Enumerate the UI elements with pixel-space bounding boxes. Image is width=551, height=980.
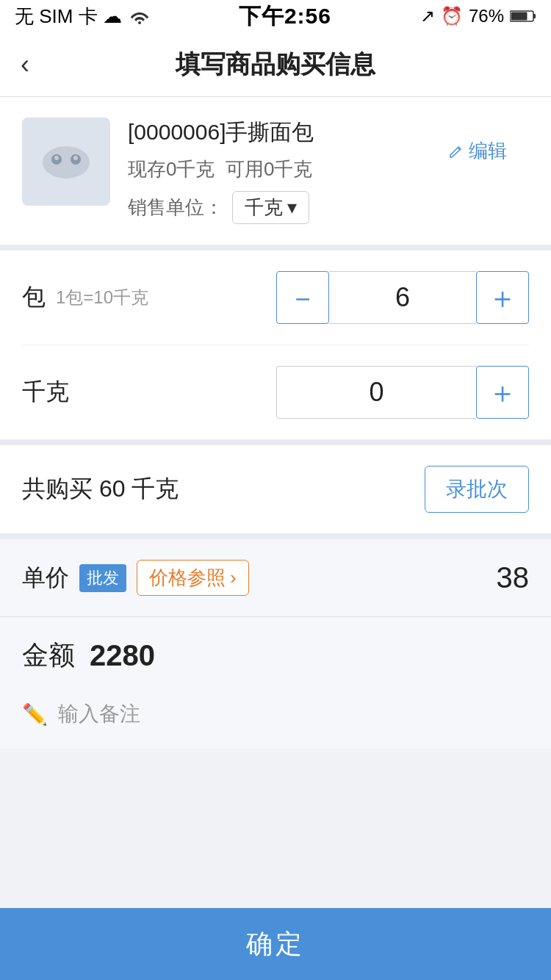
wifi-icon: [129, 8, 150, 24]
battery-text: 76%: [469, 6, 504, 26]
input-section: 包 1包=10千克 － ＋ 千克 ＋: [0, 251, 551, 445]
svg-point-3: [43, 146, 90, 179]
status-right: ↗ ⏰ 76%: [420, 6, 536, 26]
svg-point-7: [73, 156, 78, 160]
page-title: 填写商品购买信息: [176, 48, 375, 82]
svg-rect-2: [511, 12, 527, 21]
no-sim-text: 无 SIM 卡 ☁: [15, 4, 122, 29]
back-button[interactable]: ‹: [21, 49, 29, 80]
amount-label: 金额: [22, 638, 75, 674]
package-input[interactable]: [329, 271, 476, 324]
price-label: 单价 批发 价格参照 ›: [22, 560, 249, 596]
package-hint: 1包=10千克: [56, 286, 148, 309]
remark-placeholder: 输入备注: [58, 700, 140, 728]
product-unit-row: 销售单位： 千克 ▾: [128, 191, 529, 224]
package-label: 包 1包=10千克: [22, 281, 148, 314]
kilogram-stepper: ＋: [276, 366, 529, 419]
kilogram-label: 千克: [22, 376, 69, 408]
package-stepper: － ＋: [276, 271, 529, 324]
kilogram-input[interactable]: [276, 366, 476, 419]
status-bar: 无 SIM 卡 ☁ 下午2:56 ↗ ⏰ 76%: [0, 0, 551, 32]
edit-icon: [448, 143, 464, 159]
price-ref-arrow-icon: ›: [230, 566, 237, 589]
price-value: 38: [497, 561, 530, 594]
nav-bar: ‹ 填写商品购买信息: [0, 32, 551, 97]
product-details: [0000006]手撕面包 现存0千克 可用0千克 销售单位： 千克 ▾ 编辑: [128, 118, 529, 224]
price-type-tag: 批发: [79, 564, 126, 592]
status-left: 无 SIM 卡 ☁: [15, 4, 150, 29]
amount-row: 金额 2280: [22, 638, 529, 674]
batch-button[interactable]: 录批次: [425, 466, 529, 513]
pencil-icon: ✏️: [22, 702, 48, 727]
unit-label: 销售单位：: [128, 195, 223, 220]
confirm-button[interactable]: 确定: [0, 908, 551, 980]
summary-amount: 60: [99, 475, 126, 502]
svg-point-6: [54, 156, 59, 160]
package-input-row: 包 1包=10千克 － ＋: [22, 251, 529, 345]
product-card: [0000006]手撕面包 现存0千克 可用0千克 销售单位： 千克 ▾ 编辑: [0, 97, 551, 251]
remark-row[interactable]: ✏️ 输入备注: [22, 688, 529, 749]
price-reference-button[interactable]: 价格参照 ›: [137, 560, 249, 596]
kilogram-increment-button[interactable]: ＋: [476, 366, 529, 419]
battery-icon: [510, 10, 536, 23]
product-logo-icon: [40, 142, 92, 182]
kilogram-input-row: 千克 ＋: [22, 345, 529, 439]
amount-section: 金额 2280 ✏️ 输入备注: [0, 617, 551, 749]
price-row: 单价 批发 价格参照 › 38: [22, 560, 529, 596]
amount-value: 2280: [90, 639, 155, 672]
chevron-down-icon: ▾: [287, 196, 297, 219]
package-decrement-button[interactable]: －: [276, 271, 329, 324]
svg-rect-1: [533, 14, 536, 18]
status-time: 下午2:56: [239, 1, 331, 32]
summary-text: 共购买 60 千克: [22, 473, 179, 505]
price-section: 单价 批发 价格参照 › 38: [0, 539, 551, 617]
summary-section: 共购买 60 千克 录批次: [0, 445, 551, 539]
product-thumbnail: [22, 118, 110, 206]
location-icon: ↗: [420, 6, 435, 26]
package-increment-button[interactable]: ＋: [476, 271, 529, 324]
edit-button[interactable]: 编辑: [448, 138, 507, 164]
unit-selector[interactable]: 千克 ▾: [232, 191, 309, 224]
alarm-icon: ⏰: [441, 6, 463, 26]
